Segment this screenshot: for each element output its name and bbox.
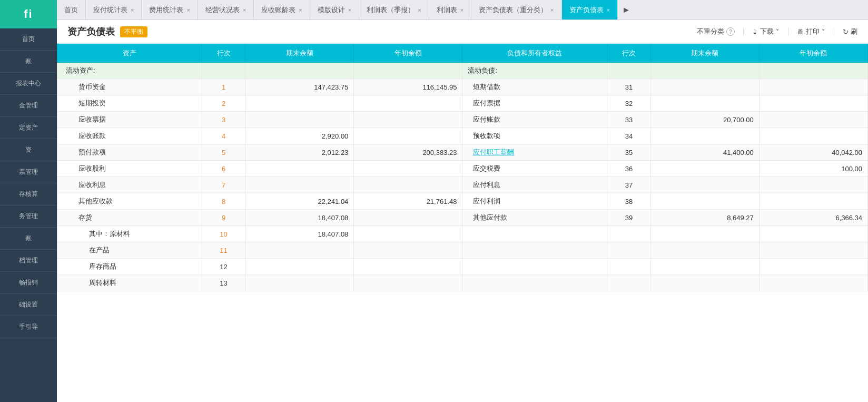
right-label-0: 短期借款 <box>462 79 607 95</box>
sidebar-item-archive[interactable]: 档管理 <box>0 250 57 272</box>
right-row-8: 39 <box>607 210 650 226</box>
right-end-1 <box>650 95 759 112</box>
divider3 <box>834 27 834 36</box>
right-start-12 <box>759 275 867 291</box>
sidebar-item-home[interactable]: 首页 <box>0 28 57 51</box>
right-start-9 <box>759 226 867 242</box>
sidebar-item-expense[interactable]: 畅报销 <box>0 272 57 294</box>
left-label-1: 短期投资 <box>57 95 202 112</box>
section-header-current-assets: 流动资产: 流动负债: <box>57 63 868 79</box>
main-content: 首页 应付统计表 × 费用统计表 × 经营状况表 × 应收账龄表 × 模版设计 … <box>57 0 868 402</box>
left-start-6 <box>354 177 462 193</box>
left-start-4: 200,383.23 <box>354 144 462 161</box>
right-label-12 <box>462 275 607 291</box>
right-row-2: 33 <box>607 112 650 128</box>
header-actions: 不重分类 ? ⇣ 下载 ˅ 🖶 打印 ˅ ↻ 刷 <box>697 27 857 36</box>
right-end-12 <box>650 275 759 291</box>
header-start-balance-right: 年初余额 <box>759 44 867 63</box>
tab-payable-stats[interactable]: 应付统计表 × <box>86 0 142 20</box>
sidebar-item-investment[interactable]: 资 <box>0 139 57 161</box>
left-start-3 <box>354 128 462 144</box>
tab-balance-reclassified[interactable]: 资产负债表（重分类） × <box>471 0 561 20</box>
table-header-row: 资产 行次 期末余额 年初余额 负债和所有者权益 行次 期末余额 年初余额 <box>57 44 868 63</box>
sidebar-item-report[interactable]: 报表中心 <box>0 73 57 95</box>
tab-template-design[interactable]: 模版设计 × <box>310 0 359 20</box>
right-end-0 <box>650 79 759 95</box>
left-start-1 <box>354 95 462 112</box>
sidebar-item-tax[interactable]: 务管理 <box>0 205 57 228</box>
page-title-area: 资产负债表 不平衡 <box>67 25 147 38</box>
left-end-10 <box>245 242 354 259</box>
tab-close-expense-stats[interactable]: × <box>186 7 190 13</box>
tab-close-payable-stats[interactable]: × <box>131 7 134 13</box>
tab-close-balance-reclassified[interactable]: × <box>550 7 554 13</box>
tab-scroll-right[interactable]: ► <box>618 5 635 15</box>
sidebar-item-inventory[interactable]: 存核算 <box>0 183 57 205</box>
right-label-1: 应付票据 <box>462 95 607 112</box>
sidebar-item-invoice[interactable]: 票管理 <box>0 161 57 183</box>
refresh-action[interactable]: ↻ 刷 <box>843 27 857 36</box>
right-end-5 <box>650 161 759 177</box>
tab-income-quarterly[interactable]: 利润表（季报） × <box>359 0 429 20</box>
tab-close-income[interactable]: × <box>460 7 463 13</box>
header-end-balance-right: 期末余额 <box>650 44 759 63</box>
help-icon[interactable]: ? <box>726 27 735 36</box>
tab-income[interactable]: 利润表 × <box>429 0 471 20</box>
right-row-10 <box>607 242 650 259</box>
balance-sheet-table: 资产 行次 期末余额 年初余额 负债和所有者权益 行次 期末余额 年初余额 流动… <box>57 44 868 291</box>
tab-operations[interactable]: 经营状况表 × <box>198 0 254 20</box>
tab-receivable-aging[interactable]: 应收账龄表 × <box>254 0 310 20</box>
table-row: 其中：原材料 10 18,407.08 <box>57 226 868 242</box>
tab-close-receivable-aging[interactable]: × <box>299 7 302 13</box>
table-row: 应收利息 7 应付利息 37 <box>57 177 868 193</box>
page-header: 资产负债表 不平衡 不重分类 ? ⇣ 下载 ˅ 🖶 打印 ˅ ↻ <box>57 20 868 44</box>
right-start-3 <box>759 128 867 144</box>
left-end-3: 2,920.00 <box>245 128 354 144</box>
left-label-6: 应收利息 <box>57 177 202 193</box>
right-label-5: 应交税费 <box>462 161 607 177</box>
category-action[interactable]: 不重分类 ? <box>697 27 735 36</box>
header-row-num-left: 行次 <box>202 44 245 63</box>
right-start-6 <box>759 177 867 193</box>
table-row: 短期投资 2 应付票据 32 <box>57 95 868 112</box>
sidebar-item-fixed-asset[interactable]: 定资产 <box>0 117 57 139</box>
tab-close-income-quarterly[interactable]: × <box>418 7 421 13</box>
left-label-2: 应收票据 <box>57 112 202 128</box>
header-assets: 资产 <box>57 44 202 63</box>
tab-close-balance-sheet[interactable]: × <box>607 7 610 13</box>
right-row-9 <box>607 226 650 242</box>
sidebar-item-ledger[interactable]: 账 <box>0 228 57 250</box>
sidebar-item-settings[interactable]: 础设置 <box>0 294 57 316</box>
tab-close-operations[interactable]: × <box>243 7 246 13</box>
tab-expense-stats[interactable]: 费用统计表 × <box>142 0 198 20</box>
divider1 <box>743 27 744 36</box>
sidebar-item-account[interactable]: 账 <box>0 51 57 73</box>
left-start-11 <box>354 259 462 275</box>
left-end-12 <box>245 275 354 291</box>
sidebar-item-cash[interactable]: 金管理 <box>0 95 57 117</box>
balance-badge: 不平衡 <box>120 26 147 37</box>
left-end-9: 18,407.08 <box>245 226 354 242</box>
left-label-4: 预付款项 <box>57 144 202 161</box>
right-label-4: 应付职工薪酬 <box>462 144 607 161</box>
right-start-10 <box>759 242 867 259</box>
left-row-6: 7 <box>202 177 245 193</box>
right-label-7: 应付利润 <box>462 193 607 210</box>
section-label-assets: 流动资产: <box>57 63 202 79</box>
tab-balance-sheet[interactable]: 资产负债表 × <box>562 0 618 20</box>
tab-close-template-design[interactable]: × <box>348 7 351 13</box>
left-start-7: 21,761.48 <box>354 193 462 210</box>
left-row-2: 3 <box>202 112 245 128</box>
right-start-4: 40,042.00 <box>759 144 867 161</box>
left-row-3: 4 <box>202 128 245 144</box>
sidebar-item-guide[interactable]: 手引导 <box>0 316 57 338</box>
tab-home[interactable]: 首页 <box>57 0 86 20</box>
left-start-8 <box>354 210 462 226</box>
left-label-10: 在产品 <box>57 242 202 259</box>
print-action[interactable]: 🖶 打印 ˅ <box>797 27 825 36</box>
table-row: 应收账款 4 2,920.00 预收款项 34 <box>57 128 868 144</box>
right-start-8: 6,366.34 <box>759 210 867 226</box>
left-row-1: 2 <box>202 95 245 112</box>
left-row-7: 8 <box>202 193 245 210</box>
download-action[interactable]: ⇣ 下载 ˅ <box>752 27 780 36</box>
